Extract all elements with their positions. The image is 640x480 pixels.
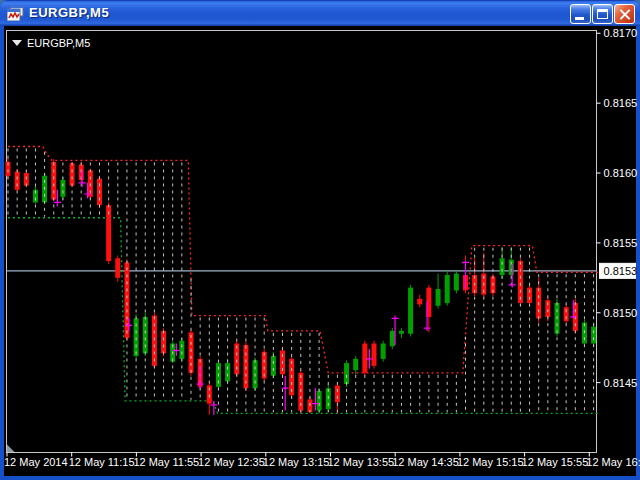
time-tick-label: 12 May 14:35 xyxy=(392,456,459,468)
price-tick-label: 0.8160 xyxy=(604,167,638,179)
symbol-dropdown-icon[interactable] xyxy=(12,40,22,46)
symbol-tag: EURGBP,M5 xyxy=(12,37,90,49)
price-tick-label: 0.8155 xyxy=(604,237,638,249)
time-tick-label: 12 May 15:15 xyxy=(457,456,524,468)
time-tick-label: 12 May 13:15 xyxy=(263,456,330,468)
price-tick-label: 0.8165 xyxy=(604,97,638,109)
symbol-label: EURGBP,M5 xyxy=(27,37,90,49)
time-tick-label: 12 May 13:55 xyxy=(328,456,395,468)
time-axis[interactable]: 12 May 201412 May 11:1512 May 11:5512 Ma… xyxy=(4,453,640,469)
price-tick-label: 0.8145 xyxy=(604,377,638,389)
price-axis[interactable]: 0.81700.81650.81600.81550.81500.8145 0.8… xyxy=(597,27,638,388)
svg-text:0.8153: 0.8153 xyxy=(604,265,638,277)
signal-markers xyxy=(54,170,577,415)
mt4-chart-window: EURGBP,M5 0.81700.81650.81600.81550.8150… xyxy=(0,0,640,480)
current-price-box: 0.8153 xyxy=(600,263,638,278)
chart-canvas[interactable]: 0.81700.81650.81600.81550.81500.8145 0.8… xyxy=(0,0,640,480)
time-tick-label: 12 May 11:15 xyxy=(69,456,135,468)
time-tick-label: 12 May 12:35 xyxy=(198,456,265,468)
time-tick-label: 12 May 11:55 xyxy=(133,456,199,468)
corner-marker-icon xyxy=(7,445,15,453)
price-tick-label: 0.8150 xyxy=(604,307,638,319)
time-tick-label: 12 May 15:55 xyxy=(522,456,589,468)
price-tick-label: 0.8170 xyxy=(604,27,638,39)
time-tick-label: 12 May 2014 xyxy=(4,456,68,468)
time-tick-label: 12 May 16:35 xyxy=(586,456,640,468)
